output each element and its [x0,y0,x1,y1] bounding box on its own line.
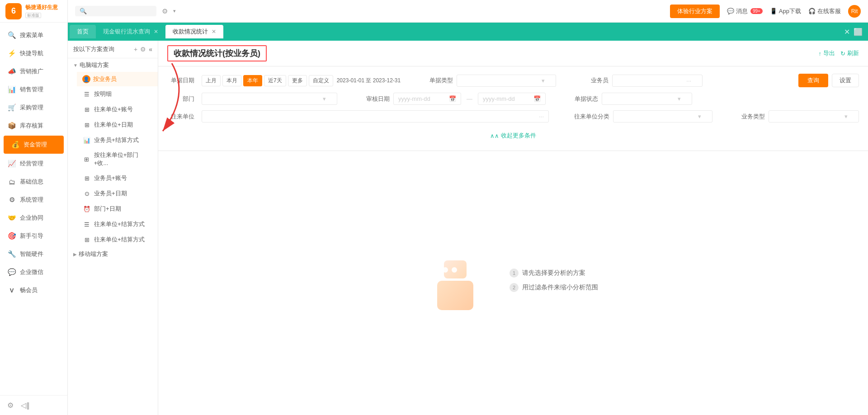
tree-item-unit-account[interactable]: ⊞ 往来单位+账号 [77,102,158,117]
topbar-dropdown-arrow[interactable]: ▾ [173,8,176,14]
step-num-1: 1 [509,269,519,278]
date-btn-7days[interactable]: 近7天 [264,75,286,86]
export-button[interactable]: ↑ 导出 [819,49,835,57]
sidebar-item-guide[interactable]: 🎯 新手引导 [0,227,67,245]
tree-label-unit-dept: 按往来单位+部门+收... [94,151,152,167]
tab-home[interactable]: 首页 [70,25,96,38]
tab-receivables-close[interactable]: ✕ [212,28,216,35]
review-date-end[interactable]: yyyy-mm-dd 📅 [478,93,546,105]
tree-item-detail[interactable]: ☰ 按明细 [77,86,158,102]
tree-icon-detail: ☰ [82,90,91,99]
app-name-area: 畅捷通好生意 标准版 [25,4,58,19]
topbar-search[interactable]: 🔍 [75,6,156,16]
tree-item-unit-date[interactable]: ⊞ 往来单位+日期 [77,117,158,132]
marketing-icon: 📣 [7,67,16,76]
tab-bank-flow-label: 现金银行流水查询 [103,28,150,36]
date-btn-last-month[interactable]: 上月 [202,75,221,86]
app-download-action[interactable]: 📱 App下载 [770,7,801,15]
counterpart-label: 往来单位 [167,113,194,121]
tree-item-salesperson-date[interactable]: ⊙ 业务员+日期 [77,186,158,201]
tree-icon-unit-account: ⊞ [82,105,91,114]
tab-receivables-label: 收款情况统计 [173,28,208,36]
sidebar-item-wechat[interactable]: 💬 企业微信 [0,263,67,281]
collapse-panel-icon[interactable]: « [149,46,152,53]
maximize-window-icon[interactable]: ⬜ [854,28,863,36]
business-type-select[interactable]: ▾ [769,110,859,123]
settings-scheme-icon[interactable]: ⚙ [140,46,146,53]
inventory-icon: 📦 [7,121,16,130]
date-btn-this-month[interactable]: 本月 [222,75,241,86]
settings-footer-icon[interactable]: ⚙ [7,401,14,410]
query-button[interactable]: 查询 [798,74,828,87]
refresh-button[interactable]: ↻ 刷新 [840,49,859,57]
voucher-type-group: 单据类型 ▾ [426,75,556,87]
section-pc[interactable]: ▼ 电脑端方案 [68,58,158,72]
date-btn-more[interactable]: 更多 [288,75,307,86]
empty-robot-illustration [428,256,482,310]
robot-eye-left [443,267,448,273]
tab-receivables[interactable]: 收款情况统计 ✕ [165,25,223,38]
basic-icon: 🗂 [7,177,16,186]
sidebar-item-operations[interactable]: 📈 经营管理 [0,155,67,173]
sidebar-item-purchase[interactable]: 🛒 采购管理 [0,99,67,117]
date-range-display: 2023-01-01 至 2023-12-31 [337,77,401,85]
add-scheme-icon[interactable]: + [134,46,137,53]
salesperson-label: 业务员 [581,76,609,85]
sidebar-label-member: 畅会员 [20,286,38,294]
content-area: 按以下方案查询 + ⚙ « ▼ 电脑端方案 👤 按业务员 ☰ 按 [68,41,868,415]
sidebar-item-system[interactable]: ⚙ 系统管理 [0,191,67,209]
salesperson-select[interactable]: ··· [612,75,703,87]
operations-icon: 📈 [7,159,16,168]
date-btn-this-year[interactable]: 本年 [243,75,262,86]
user-avatar[interactable]: Rit [848,5,861,18]
section-arrow-pc: ▼ [73,63,78,68]
counterpart-category-select[interactable]: ▾ [613,110,712,123]
sidebar-item-hardware[interactable]: 🔧 智能硬件 [0,245,67,263]
tree-item-unit-payment1[interactable]: ☰ 往来单位+结算方式 [77,217,158,232]
filter-settings-button[interactable]: 设置 [832,74,859,87]
sidebar-label-hardware: 智能硬件 [20,250,43,258]
empty-content: 1 请先选择要分析的方案 2 用过滤条件来缩小分析范围 [428,256,598,310]
refresh-icon: ↻ [840,50,845,57]
tree-item-salesperson-account[interactable]: ⊞ 业务员+账号 [77,170,158,186]
voucher-status-select[interactable]: ▾ [602,93,692,105]
trial-button[interactable]: 体验行业方案 [670,5,720,18]
sidebar-item-finance[interactable]: 💰 资金管理 [4,136,64,154]
tab-bank-flow-close[interactable]: ✕ [154,28,158,35]
counterpart-input[interactable]: ··· [202,110,549,123]
sidebar-item-basic[interactable]: 🗂 基础信息 [0,173,67,191]
search-icon: 🔍 [7,31,16,40]
dept-select[interactable]: ▾ [202,93,337,105]
filter-row-2: 部门 ▾ 审核日期 yyyy-mm-dd 📅 — yyyy-mm-dd [167,93,859,105]
collapse-sidebar-icon[interactable]: ◁‖ [21,401,30,410]
tree-item-salesperson-payment[interactable]: 📊 业务员+结算方式 [77,132,158,148]
sidebar-item-member[interactable]: V 畅会员 [0,281,67,299]
tabbar: 首页 现金银行流水查询 ✕ 收款情况统计 ✕ ✕ ⬜ [68,23,868,41]
sidebar-item-company[interactable]: 🤝 企业协同 [0,209,67,227]
online-service-action[interactable]: 🎧 在线客服 [808,7,841,15]
topbar-gear-icon[interactable]: ⚙ [162,7,168,15]
close-window-icon[interactable]: ✕ [844,28,850,36]
tree-item-by-salesperson[interactable]: 👤 按业务员 [77,72,158,86]
tab-bank-flow[interactable]: 现金银行流水查询 ✕ [96,25,165,38]
section-mobile[interactable]: ▶ 移动端方案 [68,247,158,261]
service-icon: 🎧 [808,8,816,14]
collapse-filter-button[interactable]: ∧∧ 收起更多条件 [167,128,859,143]
tree-item-dept-date[interactable]: ⏰ 部门+日期 [77,201,158,217]
review-date-start[interactable]: yyyy-mm-dd 📅 [393,93,461,105]
sidebar-item-quick[interactable]: ⚡ 快捷导航 [0,44,67,62]
sidebar-item-search[interactable]: 🔍 搜索菜单 [0,26,67,44]
sidebar-item-marketing[interactable]: 📣 营销推广 [0,62,67,80]
tree-icon-salesperson-date: ⊙ [82,189,91,198]
tree-item-unit-payment2[interactable]: ⊞ 往来单位+结算方式 [77,232,158,247]
date-btn-custom[interactable]: 自定义 [309,75,333,86]
member-icon: V [7,286,16,295]
sidebar-item-sales[interactable]: 📊 销售管理 [0,80,67,99]
messages-action[interactable]: 💬 消息 99+ [727,7,763,15]
sidebar-item-inventory[interactable]: 📦 库存核算 [0,117,67,135]
calendar-icon-end: 📅 [533,95,541,102]
counterpart-category-label: 往来单位分类 [574,113,609,121]
tree-item-unit-dept[interactable]: ⊞ 按往来单位+部门+收... [77,148,158,170]
voucher-type-select[interactable]: ▾ [457,75,556,87]
app-edition: 标准版 [25,13,41,18]
